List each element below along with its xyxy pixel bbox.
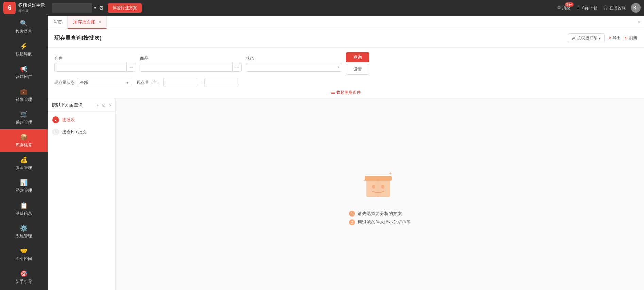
refresh-label: 刷新 (629, 35, 637, 41)
messages-btn[interactable]: ✉ 消息 99+ (557, 5, 570, 11)
sidebar-item-label: 销售管理 (16, 97, 32, 103)
enterprise-icon: 🤝 (20, 247, 28, 255)
refresh-btn[interactable]: ↻ 刷新 (624, 35, 637, 41)
hint-number-2: 2 (349, 219, 355, 225)
sidebar-item-label: 经营管理 (16, 188, 32, 194)
status-label: 状态 (246, 56, 342, 61)
scheme-item-warehouse-batch[interactable]: ○ 按仓库+批次 (48, 126, 115, 138)
basics-icon: 📋 (20, 202, 28, 209)
sidebar-item-operations[interactable]: 📊 经营管理 (0, 175, 48, 198)
status-select-group: 启用 停用 ▾ (246, 63, 342, 72)
sidebar: 🔍 搜索菜单 ⚡ 快捷导航 📢 营销推广 💼 销售管理 🛒 采购管理 📦 (0, 16, 48, 290)
stock-status-select-group: 全部 有库存 无库存 ▾ (77, 78, 131, 87)
range-dash: — (199, 80, 203, 85)
scheme-collapse-btn[interactable]: « (108, 102, 111, 108)
page-title: 现存量查询(按批次) (54, 35, 102, 42)
scheme-settings-btn[interactable]: ⊙ (102, 102, 106, 108)
topbar-search-input[interactable] (52, 3, 92, 13)
tab-close-icon[interactable]: × (99, 20, 101, 24)
sidebar-item-app-center[interactable]: 📱 应用中心 (0, 289, 48, 290)
scheme-list: ● 按批次 ○ 按仓库+批次 (48, 112, 115, 140)
export-btn[interactable]: ↗ 导出 (608, 35, 621, 41)
warehouse-more-btn[interactable]: ··· (126, 63, 136, 71)
left-panel: 按以下方案查询 + ⊙ « ● 按批次 ○ 按仓库+批次 (48, 98, 116, 290)
svg-point-4 (381, 185, 384, 189)
warehouse-field: 仓库 ··· (54, 56, 136, 72)
page-header-actions: 🖨 按模板打印 ▾ ↗ 导出 ↻ 刷新 (568, 33, 637, 43)
user-name: Rit (633, 5, 639, 10)
user-profile-btn[interactable]: Rit (631, 3, 641, 13)
sidebar-item-sales[interactable]: 💼 销售管理 (0, 84, 48, 107)
status-field: 状态 启用 停用 ▾ (246, 56, 342, 72)
topbar-gear-btn[interactable]: ⚙ (99, 5, 104, 11)
app-download-btn[interactable]: 📱 App下载 (576, 5, 597, 11)
chevron-up-icon: ▴▴ (331, 90, 335, 95)
chevron-down-icon: ▾ (599, 36, 601, 41)
warehouse-input[interactable] (55, 63, 126, 71)
hint-text-1: 请先选择要分析的方案 (358, 211, 402, 217)
brand-name: 畅康通好生意 (18, 2, 45, 8)
template-print-btn[interactable]: 🖨 按模板打印 ▾ (568, 33, 605, 43)
filter-panel: 仓库 ··· 商品 ··· 状态 (48, 48, 644, 98)
sidebar-item-marketing[interactable]: 📢 营销推广 (0, 61, 48, 84)
query-btn[interactable]: 查询 (346, 52, 369, 62)
template-print-label: 按模板打印 (577, 35, 597, 41)
empty-hint-2: 2 用过滤条件来缩小分析范围 (349, 219, 411, 225)
stock-status-select[interactable]: 全部 有库存 无库存 (77, 78, 124, 87)
stock-status-field: 现存量状态 全部 有库存 无库存 ▾ (54, 78, 131, 87)
sidebar-item-label: 采购管理 (16, 120, 32, 125)
left-panel-header: 按以下方案查询 + ⊙ « (48, 98, 115, 112)
collapse-btn[interactable]: ▴▴ 收起更多条件 (331, 90, 360, 95)
stock-status-label: 现存量状态 (54, 80, 75, 86)
product-input[interactable] (140, 63, 232, 71)
tab-inventory-batch[interactable]: 库存批次账 × (68, 16, 107, 29)
sidebar-item-quick-nav[interactable]: ⚡ 快捷导航 (0, 38, 48, 61)
sidebar-item-enterprise[interactable]: 🤝 企业协同 (0, 243, 48, 266)
purchase-icon: 🛒 (20, 111, 28, 118)
svg-point-3 (372, 185, 375, 189)
messages-badge: 99+ (565, 2, 574, 7)
sidebar-item-label: 搜索菜单 (16, 29, 32, 34)
topbar-search-dropdown[interactable]: ▾ (94, 5, 96, 11)
system-icon: ⚙️ (20, 224, 28, 232)
scheme-item-batch[interactable]: ● 按批次 (48, 114, 115, 126)
scheme-item-label: 按批次 (62, 117, 75, 123)
scheme-item-label: 按仓库+批次 (62, 129, 87, 135)
product-input-group: ··· (140, 63, 242, 72)
sidebar-item-label: 新手引导 (16, 279, 32, 285)
message-icon: ✉ (557, 5, 561, 10)
sidebar-item-purchase[interactable]: 🛒 采购管理 (0, 107, 48, 129)
sidebar-item-system[interactable]: ⚙️ 系统管理 (0, 220, 48, 243)
tab-bar-close-btn[interactable]: × (634, 19, 644, 25)
status-select[interactable]: 启用 停用 (246, 63, 335, 71)
hint-text-2: 用过滤条件来缩小分析范围 (358, 219, 411, 225)
sidebar-item-search-menu[interactable]: 🔍 搜索菜单 (0, 16, 48, 38)
sidebar-item-label: 营销推广 (16, 74, 32, 80)
sidebar-item-newbie[interactable]: 🎯 新手引导 (0, 266, 48, 289)
add-scheme-btn[interactable]: + (96, 102, 99, 108)
newbie-icon: 🎯 (20, 270, 28, 277)
inventory-icon: 📦 (20, 133, 28, 141)
tab-home[interactable]: 首页 (48, 16, 68, 29)
sidebar-item-basics[interactable]: 📋 基础信息 (0, 198, 48, 220)
scheme-icon-inactive: ○ (52, 129, 59, 135)
topbar: 6 畅康通好生意 标准版 ▾ ⚙ 体验行业方案 ✉ 消息 99+ 📱 App下载… (0, 0, 644, 16)
sidebar-item-finance[interactable]: 💰 资金管理 (0, 152, 48, 175)
sidebar-item-inventory[interactable]: 📦 库存核算 (0, 129, 48, 152)
warehouse-label: 仓库 (54, 56, 136, 61)
online-service-label: 在线客服 (609, 5, 626, 11)
right-content: ✦ ✦ 1 请先选择要分析的方案 2 用过滤条件来缩小分析范围 (116, 98, 644, 290)
hint-number-1: 1 (349, 211, 355, 217)
app-brand: 畅康通好生意 标准版 (18, 2, 45, 13)
quick-nav-icon: ⚡ (20, 42, 28, 50)
trial-btn[interactable]: 体验行业方案 (108, 3, 142, 13)
stock-qty-max-input[interactable] (204, 78, 238, 87)
operations-icon: 📊 (20, 179, 28, 186)
topbar-actions: ✉ 消息 99+ 📱 App下载 🎧 在线客服 Rit (557, 3, 641, 13)
avatar: Rit (631, 3, 641, 13)
online-service-btn[interactable]: 🎧 在线客服 (603, 5, 626, 11)
product-more-btn[interactable]: ··· (232, 63, 241, 71)
set-btn[interactable]: 设置 (346, 64, 369, 75)
refresh-icon: ↻ (624, 36, 628, 41)
stock-qty-min-input[interactable] (163, 78, 197, 87)
